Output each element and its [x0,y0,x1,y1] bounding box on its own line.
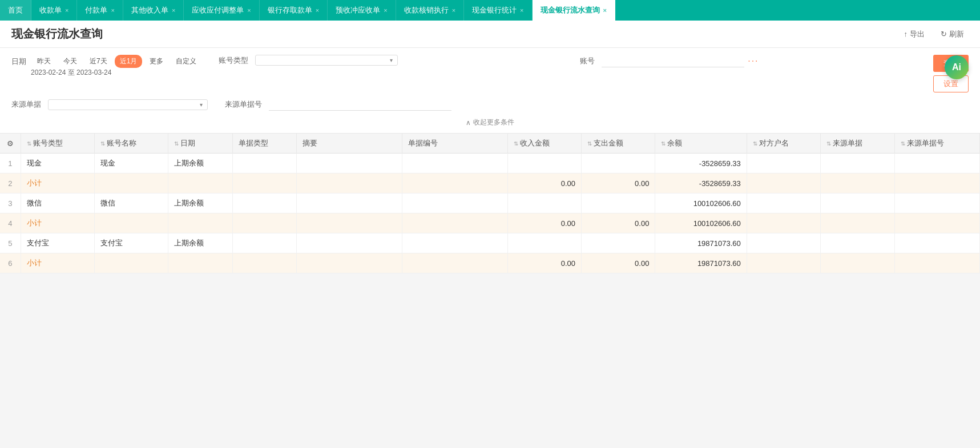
col-source-doc[interactable]: ⇅来源单据 [821,134,894,154]
sort-icon-date: ⇅ [174,140,179,147]
cell-source-doc-num [894,173,979,193]
source-doc-num-input[interactable] [269,98,451,111]
cell-doc-num [402,173,507,193]
table-row: 1现金现金上期余额-3528659.33 [0,154,980,173]
cell-balance: -3528659.33 [655,154,747,173]
nav-ar-ap-close[interactable]: × [247,7,251,14]
col-gear[interactable]: ⚙ [0,134,21,154]
col-date[interactable]: ⇅日期 [168,134,232,154]
source-doc-select[interactable]: ▾ [48,99,208,110]
collapse-arrow-icon: ∧ [466,119,471,127]
col-account-type[interactable]: ⇅账号类型 [21,134,94,154]
date-btn-more[interactable]: 更多 [144,55,168,68]
cell-account-type: 小计 [21,253,94,273]
cell-summary [297,233,402,253]
source-doc-label: 来源单据 [11,99,41,110]
sort-icon-balance: ⇅ [661,140,666,147]
collapse-label: 收起更多条件 [473,118,514,127]
cell-doc-type [232,154,296,173]
nav-payment-label: 付款单 [85,5,107,15]
col-income[interactable]: ⇅收入金额 [507,134,581,154]
cell-source-doc [821,213,894,233]
nav-cash-stats-close[interactable]: × [520,7,523,14]
col-counterpart[interactable]: ⇅对方户名 [747,134,820,154]
collapse-bar[interactable]: ∧ 收起更多条件 [11,115,969,128]
cell-source-doc [821,154,894,173]
nav-item-receipt[interactable]: 收款单 × [31,0,77,21]
col-account-name[interactable]: ⇅账号名称 [94,134,168,154]
cell-doc-num [402,154,507,173]
cell-source-doc [821,193,894,213]
account-dots-button[interactable]: ··· [748,56,759,66]
nav-item-home[interactable]: 首页 [0,0,31,21]
cell-account-name: 支付宝 [94,233,168,253]
nav-bank-deposit-label: 银行存取款单 [268,5,312,15]
gear-icon: ⚙ [7,139,14,148]
cell-date: 上期余额 [168,233,232,253]
export-button[interactable]: ↑ 导出 [900,27,930,42]
ai-assistant-button[interactable]: Ai [945,55,969,79]
cell-income [507,193,581,213]
export-label: 导出 [910,29,925,39]
date-btn-today[interactable]: 今天 [58,55,82,68]
cell-date [168,253,232,273]
date-btn-7days[interactable]: 近7天 [84,55,112,68]
account-label: 账号 [580,56,595,66]
nav-item-cash-flow-query[interactable]: 现金银行流水查询 × [533,0,615,21]
nav-item-bank-deposit[interactable]: 银行存取款单 × [260,0,328,21]
date-btn-1month[interactable]: 近1月 [115,55,143,68]
account-type-select[interactable]: ▾ [255,55,398,66]
nav-home-label: 首页 [8,5,23,15]
sort-icon-income: ⇅ [514,140,518,147]
nav-advance-close[interactable]: × [384,7,387,14]
nav-item-cash-stats[interactable]: 现金银行统计 × [464,0,532,21]
cell-doc-type [232,253,296,273]
nav-advance-label: 预收冲应收单 [336,5,380,15]
nav-other-income-label: 其他收入单 [131,5,168,15]
account-input[interactable] [602,55,744,67]
nav-item-advance-collection[interactable]: 预收冲应收单 × [328,0,396,21]
date-btn-custom[interactable]: 自定义 [171,55,201,68]
data-table: ⚙ ⇅账号类型 ⇅账号名称 ⇅日期 单据类型 摘要 单据编号 ⇅收入金额 [0,134,980,273]
cell-account-type: 小计 [21,213,94,233]
cell-row-num: 4 [0,213,21,233]
nav-item-ar-ap-adjust[interactable]: 应收应付调整单 × [184,0,259,21]
col-expense[interactable]: ⇅支出金额 [582,134,655,154]
nav-cash-flow-close[interactable]: × [603,7,607,14]
account-type-chevron: ▾ [390,57,393,63]
cell-balance: 19871073.60 [655,253,747,273]
cell-account-name [94,213,168,233]
nav-other-income-close[interactable]: × [172,7,175,14]
cell-source-doc-num [894,213,979,233]
sort-icon-account-name: ⇅ [100,140,105,147]
nav-item-collection-exec[interactable]: 收款核销执行 × [396,0,464,21]
nav-bank-deposit-close[interactable]: × [316,7,319,14]
cell-counterpart [747,253,820,273]
refresh-label: 刷新 [949,29,964,39]
col-summary: 摘要 [297,134,402,154]
sort-icon-source-doc: ⇅ [826,140,831,147]
page-header: 现金银行流水查询 ↑ 导出 ↻ 刷新 [0,21,980,48]
col-source-doc-num[interactable]: ⇅来源单据号 [894,134,979,154]
nav-item-payment[interactable]: 付款单 × [77,0,123,21]
filter-section: 日期 昨天 今天 近7天 近1月 更多 自定义 2023-02-24 至 202… [0,48,980,134]
col-doc-type: 单据类型 [232,134,296,154]
cell-row-num: 3 [0,193,21,213]
cell-date [168,213,232,233]
refresh-button[interactable]: ↻ 刷新 [936,27,969,42]
col-balance[interactable]: ⇅余额 [655,134,747,154]
date-btn-yesterday[interactable]: 昨天 [32,55,56,68]
cell-doc-num [402,253,507,273]
refresh-icon: ↻ [941,30,947,38]
cell-summary [297,253,402,273]
table-row: 2小计0.000.00-3528659.33 [0,173,980,193]
nav-receipt-close[interactable]: × [65,7,68,14]
nav-collection-exec-close[interactable]: × [452,7,455,14]
cell-summary [297,173,402,193]
cell-expense [582,154,655,173]
cell-account-type: 小计 [21,173,94,193]
nav-payment-close[interactable]: × [111,7,114,14]
nav-receipt-label: 收款单 [39,5,62,15]
nav-item-other-income[interactable]: 其他收入单 × [123,0,184,21]
source-doc-num-group: 来源单据号 [225,98,451,111]
